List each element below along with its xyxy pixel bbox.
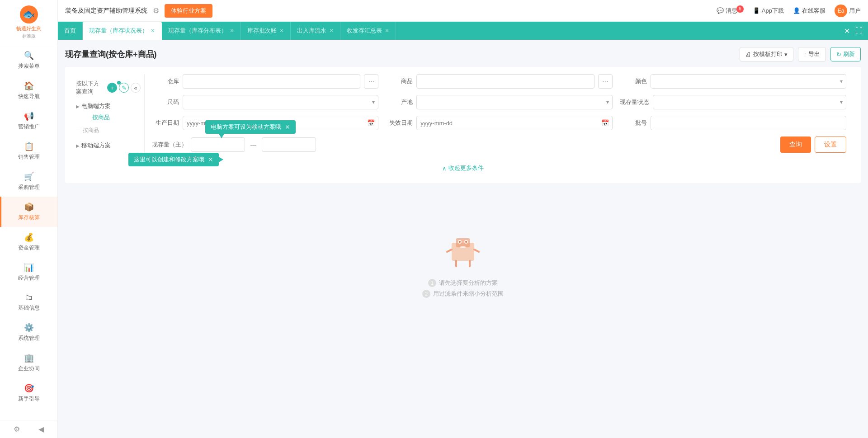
collapse-sidebar-btn[interactable]: ◀: [38, 425, 44, 433]
sidebar-item-quick-nav[interactable]: 🏠 快速导航: [0, 75, 57, 106]
sidebar-item-system[interactable]: ⚙️ 系统管理: [0, 317, 57, 348]
sidebar-item-marketing[interactable]: 📢 营销推广: [0, 106, 57, 136]
sidebar-item-enterprise[interactable]: 🏢 企业协同: [0, 348, 57, 378]
expand-mobile-icon: ▶: [76, 143, 80, 148]
sidebar-item-finance[interactable]: 💰 资金管理: [0, 227, 57, 257]
sidebar-item-sales[interactable]: 📋 销售管理: [0, 136, 57, 166]
user-item[interactable]: Ea 用户: [835, 5, 861, 17]
expand-icon: ▶: [76, 104, 80, 109]
tab-inout-flow[interactable]: 出入库流水 ✕: [291, 22, 340, 40]
scheme-panel: 按以下方案查询 + ✎ « ▶ 电脑端方案: [72, 74, 145, 160]
origin-select[interactable]: [416, 95, 612, 109]
expire-date-start-wrapper: 📅: [416, 116, 612, 130]
filter-field-status: 现存量状态 ▾: [620, 95, 846, 109]
scheme-desktop-node[interactable]: ▶ 电脑端方案: [72, 100, 144, 112]
export-btn[interactable]: ↑ 导出: [798, 47, 826, 61]
finance-icon: 💰: [24, 232, 34, 242]
basic-info-icon: 🗂: [25, 293, 33, 302]
sidebar-item-operations[interactable]: 📊 经营管理: [0, 257, 57, 287]
tab-inventory-status[interactable]: 现存量（库存状况表） ✕: [83, 22, 162, 40]
expire-date-start-input[interactable]: [416, 116, 612, 130]
notification-item[interactable]: 💬 消息 6: [717, 7, 744, 15]
industry-btn[interactable]: 体验行业方案: [165, 4, 212, 18]
warehouse-ellipsis-btn[interactable]: ···: [364, 74, 378, 89]
print-template-btn[interactable]: 🖨 按模板打印 ▾: [740, 47, 793, 61]
tab-home[interactable]: 首页: [58, 22, 83, 40]
tab-inventory-dist-label: 现存量（库存分布表）: [168, 27, 227, 35]
tooltip-close-btn-1[interactable]: ✕: [285, 123, 290, 131]
sidebar: 🐟 畅通好生意 标准版 🔍 搜索菜单 🏠 快速导航 📢 营销推广 📋 销售管理 …: [0, 0, 58, 438]
app-header: 装备及固定资产辅助管理系统 ⚙ 体验行业方案 💬 消息 6 📱 App下载 👤 …: [58, 0, 868, 22]
online-service-item[interactable]: 👤 在线客服: [793, 7, 826, 15]
avatar: Ea: [835, 5, 847, 17]
stock-main-start-input[interactable]: [191, 137, 245, 152]
tooltip-close-btn-2[interactable]: ✕: [208, 156, 213, 163]
warehouse-input[interactable]: [183, 74, 360, 89]
color-label: 颜色: [620, 77, 647, 85]
scheme-tree: ▶ 电脑端方案 按商品 ━ 按商品 ▶ 移动端方案: [72, 100, 144, 151]
refresh-label: 刷新: [843, 50, 855, 58]
batch-input[interactable]: [651, 116, 846, 130]
filter-field-origin: 产地 ▾: [386, 95, 612, 109]
tab-close-icon[interactable]: ✕: [230, 28, 234, 34]
scheme-mobile-node[interactable]: ▶ 移动端方案: [72, 140, 144, 151]
tab-inventory-dist[interactable]: 现存量（库存分布表） ✕: [162, 22, 241, 40]
sidebar-item-purchase[interactable]: 🛒 采购管理: [0, 166, 57, 197]
query-label: 按以下方案查询: [76, 80, 104, 96]
app-download-item[interactable]: 📱 App下载: [753, 7, 784, 15]
svg-rect-6: [460, 246, 466, 248]
step-1-num: 1: [428, 279, 436, 287]
scheme-child-goods[interactable]: 按商品: [89, 112, 144, 123]
marketing-icon: 📢: [24, 111, 34, 121]
svg-point-5: [465, 241, 467, 243]
reset-btn[interactable]: 设置: [815, 137, 846, 153]
tooltip-text-1: 电脑方案可设为移动方案哦: [211, 123, 281, 131]
page-actions: 🖨 按模板打印 ▾ ↑ 导出 ↻ 刷新: [740, 47, 861, 61]
goods-ellipsis-btn[interactable]: ···: [598, 74, 613, 89]
tab-close-icon[interactable]: ✕: [279, 28, 284, 34]
color-select[interactable]: [651, 74, 846, 89]
svg-rect-1: [456, 238, 470, 247]
sidebar-item-inventory[interactable]: 📦 库存核算: [0, 197, 57, 227]
goods-label: 商品: [386, 77, 413, 85]
settings-bottom-btn[interactable]: ⚙: [14, 425, 20, 433]
close-other-tabs-icon[interactable]: ✕: [842, 25, 852, 37]
add-scheme-btn[interactable]: +: [107, 83, 117, 93]
tab-collect-summary[interactable]: 收发存汇总表 ✕: [340, 22, 396, 40]
tooltip-scheme-edit: 这里可以创建和修改方案哦 ✕: [128, 153, 219, 166]
tab-close-icon[interactable]: ✕: [151, 28, 155, 34]
sidebar-item-guide[interactable]: 🎯 新手引导: [0, 378, 57, 408]
page-header: 现存量查询(按仓库+商品) 🖨 按模板打印 ▾ ↑ 导出 ↻ 刷新: [65, 47, 861, 61]
tabs-actions: ✕ ⛶: [842, 25, 868, 37]
sidebar-item-search-menu[interactable]: 🔍 搜索菜单: [0, 45, 57, 75]
size-select[interactable]: [183, 95, 378, 109]
collapse-icon: ∧: [442, 165, 447, 172]
online-service-label: 在线客服: [802, 7, 826, 15]
sidebar-item-label: 新手引导: [18, 395, 40, 403]
tab-close-icon[interactable]: ✕: [329, 28, 334, 34]
filter-field-expire-date: 失效日期 📅: [386, 116, 612, 130]
filter-field-batch: 批号: [620, 116, 846, 130]
filter-field-color: 颜色 ▾: [620, 74, 846, 89]
empty-state: 1 请先选择要分析的方案 2 用过滤条件来缩小分析范围: [65, 188, 861, 337]
size-label: 尺码: [152, 98, 179, 106]
edit-scheme-btn[interactable]: ✎: [119, 83, 129, 93]
origin-select-wrapper: ▾: [416, 95, 612, 109]
header-settings-icon[interactable]: ⚙: [153, 6, 159, 15]
maximize-icon[interactable]: ⛶: [854, 25, 864, 37]
stock-main-end-input[interactable]: [262, 137, 316, 152]
sidebar-item-basic-info[interactable]: 🗂 基础信息: [0, 287, 57, 317]
tab-batch-ledger[interactable]: 库存批次账 ✕: [241, 22, 291, 40]
tab-close-icon[interactable]: ✕: [385, 28, 389, 34]
query-btn[interactable]: 查询: [780, 137, 811, 153]
sidebar-item-label: 搜索菜单: [18, 62, 40, 70]
warehouse-label: 仓库: [152, 77, 179, 85]
goods-input[interactable]: [416, 74, 594, 89]
refresh-btn[interactable]: ↻ 刷新: [830, 47, 861, 61]
printer-icon: 🖨: [745, 51, 751, 58]
page-title: 现存量查询(按仓库+商品): [65, 49, 157, 60]
back-scheme-btn[interactable]: «: [131, 83, 141, 93]
refresh-icon: ↻: [836, 51, 841, 58]
empty-illustration: [440, 225, 486, 270]
status-select[interactable]: [653, 95, 846, 109]
